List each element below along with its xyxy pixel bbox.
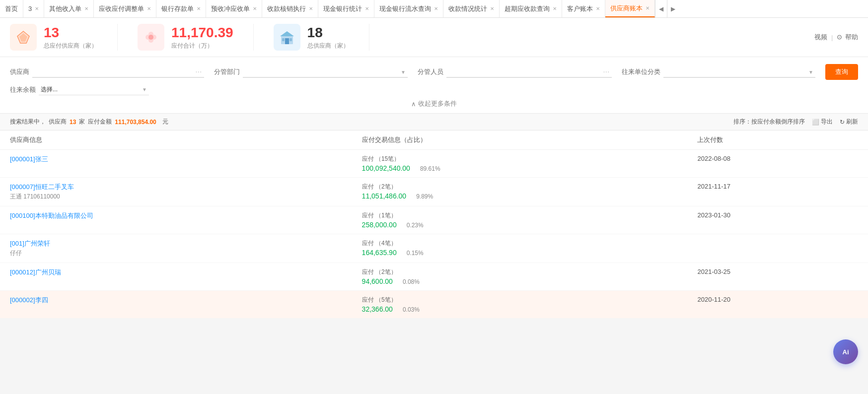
last-payment-cell: 2020-11-20	[687, 291, 868, 319]
table-row: [001]广州荣轩仔仔应付 （4笔）164,635.900.15%	[0, 234, 868, 263]
sort-label[interactable]: 排序：按应付余额倒序排序	[733, 118, 805, 126]
header-supplier-info: 供应商信息	[0, 131, 352, 150]
supplier-input[interactable]	[32, 66, 204, 77]
tx-amount[interactable]: 32,366.00	[362, 305, 393, 313]
nav-tab-home[interactable]: 首页	[0, 0, 23, 17]
supplier-info-cell: [000012]广州贝瑞	[0, 263, 352, 291]
person-dots[interactable]: ···	[603, 67, 609, 76]
tx-info-cell: 应付 （1笔）258,000.000.23%	[352, 206, 688, 234]
results-prefix: 搜索结果中，	[10, 118, 46, 126]
stat-info-total-suppliers: 18 总供应商（家）	[307, 24, 349, 51]
supplier-sub-info: 仔仔	[10, 249, 342, 258]
supplier-link[interactable]: [000012]广州贝瑞	[10, 268, 61, 276]
collapse-up-icon: ∧	[411, 100, 416, 108]
nav-tab-supplier-book-close[interactable]: ✕	[646, 5, 650, 11]
nav-tab-adjust[interactable]: 应收应付调整单 ✕	[94, 0, 156, 17]
refresh-icon: ↻	[840, 119, 845, 126]
tx-amount[interactable]: 258,000.00	[362, 221, 397, 229]
nav-tab-cash-stat-close[interactable]: ✕	[365, 6, 369, 11]
category-input[interactable]	[663, 66, 816, 77]
tx-amount[interactable]: 94,600.00	[362, 277, 393, 285]
supplier-link[interactable]: [000002]李四	[10, 296, 48, 304]
svg-rect-10	[282, 38, 285, 41]
tx-label: 应付 （2笔）	[362, 268, 678, 276]
nav-tab-home-label: 首页	[5, 4, 18, 13]
help-link[interactable]: ⊙ 帮助	[837, 33, 858, 42]
tx-info-cell: 应付 （5笔）32,366.000.03%	[352, 291, 688, 319]
filter-person: 分管人员 ···	[418, 66, 612, 78]
tx-amount[interactable]: 11,051,486.00	[362, 192, 407, 200]
tx-info-cell: 应付 （2笔）11,051,486.009.89%	[352, 178, 688, 206]
supplier-link[interactable]: [000007]恒旺二手叉车	[10, 183, 74, 191]
stat-card-payable-suppliers: 13 总应付供应商（家）	[10, 24, 118, 51]
category-filter-label: 往来单位分类	[622, 67, 660, 76]
query-button[interactable]: 查询	[825, 64, 858, 80]
nav-tab-other-income[interactable]: 其他收入单 ✕	[44, 0, 94, 17]
nav-tab-cash-stat[interactable]: 现金银行统计 ✕	[318, 0, 374, 17]
nav-tab-recv-stat[interactable]: 收款情况统计 ✕	[443, 0, 500, 17]
nav-tab-pre-receive-close[interactable]: ✕	[253, 6, 257, 11]
department-filter-label: 分管部门	[214, 67, 240, 76]
nav-tab-3[interactable]: 3 ✕	[23, 0, 44, 17]
department-input[interactable]	[243, 66, 408, 77]
tx-label: 应付 （5笔）	[362, 296, 678, 304]
results-supplier-label: 供应商	[49, 118, 67, 126]
balance-chevron-icon: ▼	[142, 87, 147, 92]
tx-percent: 9.89%	[416, 193, 433, 200]
nav-tab-cash-flow-close[interactable]: ✕	[434, 6, 438, 11]
nav-tab-overdue[interactable]: 超期应收款查询 ✕	[500, 0, 562, 17]
stat-label-total-suppliers: 总供应商（家）	[307, 42, 349, 50]
supplier-link[interactable]: [000100]本特勤油品有限公司	[10, 212, 93, 219]
filter-row-1: 供应商 ··· 分管部门 ▼ 分管人员 ··· 往来单位分类 ▼	[10, 64, 858, 80]
tx-info-cell: 应付 （2笔）94,600.000.08%	[352, 263, 688, 291]
nav-tab-cash-flow[interactable]: 现金银行流水查询 ✕	[374, 0, 443, 17]
person-input[interactable]	[446, 66, 612, 77]
nav-prev-arrow[interactable]: ◀	[655, 0, 667, 17]
category-chevron-icon[interactable]: ▼	[808, 69, 813, 74]
svg-marker-8	[280, 31, 294, 36]
supplier-dots[interactable]: ···	[195, 67, 202, 76]
nav-tab-other-income-close[interactable]: ✕	[84, 6, 88, 11]
collapse-button[interactable]: ∧ 收起更多条件	[411, 99, 457, 108]
nav-tab-bank[interactable]: 银行存款单 ✕	[156, 0, 206, 17]
results-bar: 搜索结果中， 供应商 13 家 应付金额 111,703,854.00 元 排序…	[0, 114, 868, 131]
export-button[interactable]: ⬜ 导出	[812, 118, 833, 126]
nav-tab-cash-stat-label: 现金银行统计	[323, 4, 362, 13]
stat-number-total-suppliers: 18	[307, 24, 349, 41]
supplier-link[interactable]: [001]广州荣轩	[10, 240, 50, 247]
supplier-filter-label: 供应商	[10, 67, 29, 76]
refresh-button[interactable]: ↻ 刷新	[840, 118, 858, 126]
nav-tab-supplier-book[interactable]: 供应商账本 ✕	[605, 0, 655, 17]
link-divider: |	[831, 34, 833, 41]
nav-tab-verify[interactable]: 收款核销执行 ✕	[262, 0, 318, 17]
supplier-input-wrap: ···	[32, 66, 204, 78]
supplier-link[interactable]: [000001]张三	[10, 155, 48, 163]
nav-tab-recv-stat-close[interactable]: ✕	[490, 6, 494, 11]
nav-tab-customer-book[interactable]: 客户账本 ✕	[562, 0, 605, 17]
department-chevron-icon[interactable]: ▼	[401, 69, 406, 74]
tx-info-cell: 应付 （15笔）100,092,540.0089.61%	[352, 150, 688, 178]
tx-amount-row: 258,000.000.23%	[362, 220, 678, 229]
table-header-row: 供应商信息 应付交易信息（占比） 上次付数	[0, 131, 868, 150]
nav-tab-3-close[interactable]: ✕	[35, 6, 39, 11]
supplier-info-cell: [000002]李四	[0, 291, 352, 319]
nav-tab-customer-book-close[interactable]: ✕	[596, 6, 600, 11]
table-row: [000007]恒旺二手叉车王通 17106110000应付 （2笔）11,05…	[0, 178, 868, 206]
video-link[interactable]: 视频	[814, 33, 827, 42]
nav-tab-pre-receive[interactable]: 预收冲应收单 ✕	[206, 0, 262, 17]
nav-tab-verify-close[interactable]: ✕	[309, 6, 313, 11]
tx-amount[interactable]: 100,092,540.00	[362, 164, 410, 172]
help-icon: ⊙	[837, 33, 842, 41]
stat-icon-flower	[138, 24, 164, 51]
nav-tab-overdue-close[interactable]: ✕	[553, 6, 557, 11]
nav-tab-adjust-close[interactable]: ✕	[147, 6, 151, 11]
nav-next-arrow[interactable]: ▶	[667, 0, 679, 17]
nav-tab-customer-book-label: 客户账本	[567, 4, 593, 13]
nav-tab-bank-label: 银行存款单	[161, 4, 194, 13]
nav-tab-cash-flow-label: 现金银行流水查询	[379, 4, 431, 13]
tx-amount[interactable]: 164,635.90	[362, 249, 397, 257]
balance-select[interactable]: 选择...	[39, 84, 149, 95]
results-amount-unit: 元	[162, 118, 168, 126]
nav-tab-bank-close[interactable]: ✕	[197, 6, 201, 11]
nav-tab-verify-label: 收款核销执行	[267, 4, 306, 13]
